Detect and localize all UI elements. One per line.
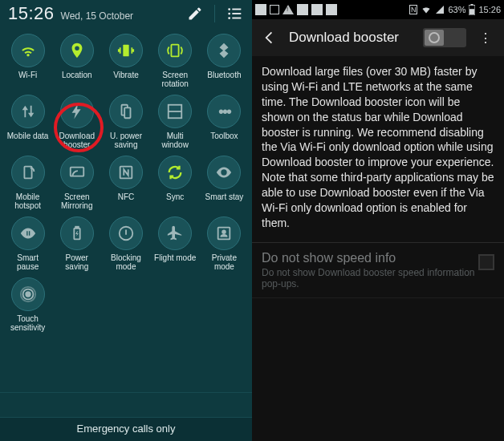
svg-rect-26 (469, 9, 474, 14)
qs-tile-hotspot[interactable]: Mobile hotspot (3, 156, 52, 210)
nfc-status-icon: N (409, 5, 418, 14)
description-text: Download large files (over 30 MB) faster… (252, 56, 504, 243)
status-icon (297, 4, 308, 15)
power-saving-icon (60, 216, 94, 250)
qs-tile-sync[interactable]: Sync (151, 156, 200, 210)
svg-rect-3 (232, 13, 241, 14)
toggle-knob (425, 30, 444, 46)
download-booster-icon (60, 95, 94, 128)
multi-window-icon (158, 95, 192, 128)
quick-settings-panel: 15:26 Wed, 15 October Wi-FiLocationVibra… (0, 0, 252, 441)
qs-tile-bluetooth[interactable]: Bluetooth (200, 34, 249, 88)
sync-icon (158, 156, 192, 189)
qs-tile-label: Mobile hotspot (6, 192, 51, 210)
clock-date: Wed, 15 October (61, 10, 134, 24)
qs-footer: Emergency calls only (0, 392, 252, 441)
qs-tile-nfc[interactable]: NFC (101, 156, 150, 210)
svg-rect-5 (232, 18, 241, 19)
divider (214, 5, 215, 22)
qs-tile-label: Location (62, 71, 92, 88)
qs-tile-label: Power saving (55, 253, 100, 271)
qs-tile-label: Wi-Fi (18, 71, 37, 88)
qs-tile-label: Screen Mirroring (55, 192, 100, 210)
qs-tile-flight[interactable]: Flight mode (151, 216, 200, 271)
svg-rect-7 (172, 45, 179, 57)
qs-tile-label: Smart stay (205, 192, 244, 210)
qs-tile-wifi[interactable]: Wi-Fi (3, 34, 52, 88)
rotation-icon (158, 34, 192, 67)
smart-stay-icon (207, 156, 241, 189)
qs-tile-touch-sensitivity[interactable]: Touch sensitivity (3, 277, 52, 332)
qs-tile-power-saving[interactable]: Power saving (52, 216, 101, 271)
emergency-text: Emergency calls only (0, 418, 252, 441)
qs-tile-download-booster[interactable]: Download booster (52, 95, 101, 149)
qs-tile-smart-stay[interactable]: Smart stay (200, 156, 249, 210)
qs-tile-private[interactable]: Private mode (200, 216, 249, 271)
qs-tile-u-power-saving[interactable]: U. power saving (101, 95, 150, 149)
qs-tile-label: Smart pause (6, 253, 51, 271)
touch-sensitivity-icon (11, 277, 45, 311)
qs-tile-location[interactable]: Location (52, 34, 101, 88)
svg-point-20 (223, 230, 226, 233)
private-icon (207, 216, 241, 250)
qs-tile-label: Sync (166, 192, 184, 210)
settings-detail-panel: N 63% 15:26 Download booster ⋮ Download … (252, 0, 504, 441)
status-time: 15:26 (478, 5, 501, 14)
qs-tile-mobile-data[interactable]: Mobile data (3, 95, 52, 149)
qs-tile-label: Vibrate (113, 71, 139, 88)
qs-tile-multi-window[interactable]: Multi window (151, 95, 200, 149)
blocking-icon (109, 216, 143, 250)
qs-tile-label: Blocking mode (104, 253, 148, 271)
qs-tile-toolbox[interactable]: •••Toolbox (200, 95, 249, 149)
pref-title: Do not show speed info (262, 251, 494, 265)
bluetooth-icon (207, 34, 241, 67)
qs-tile-vibrate[interactable]: Vibrate (101, 34, 150, 88)
app-bar: Download booster ⋮ (252, 19, 504, 56)
qs-tile-label: Touch sensitivity (6, 314, 51, 332)
svg-rect-16 (75, 227, 79, 229)
svg-point-21 (26, 292, 30, 297)
qs-tile-label: U. power saving (104, 131, 148, 149)
svg-rect-9 (124, 107, 130, 118)
pref-speed-info: Do not show speed info Do not show Downl… (252, 243, 504, 298)
qs-tile-label: Multi window (152, 131, 197, 149)
pref-subtitle: Do not show Download booster speed infor… (262, 267, 494, 289)
qs-tile-label: Download booster (55, 131, 100, 149)
svg-rect-1 (232, 9, 241, 10)
master-toggle[interactable] (423, 28, 466, 47)
battery-text: 63% (448, 5, 465, 14)
qs-tile-label: Flight mode (154, 253, 196, 271)
svg-point-4 (228, 17, 230, 19)
wifi-icon (11, 34, 45, 67)
qs-header: 15:26 Wed, 15 October (0, 0, 252, 29)
pref-checkbox[interactable] (478, 254, 494, 270)
location-icon (60, 34, 94, 67)
overflow-menu-icon[interactable]: ⋮ (473, 27, 499, 49)
flight-icon (158, 216, 192, 250)
svg-point-0 (228, 8, 230, 10)
qs-tile-label: NFC (118, 192, 135, 210)
warning-icon (282, 5, 294, 14)
qs-tile-label: Bluetooth (207, 71, 241, 88)
clock-time: 15:26 (8, 3, 55, 24)
svg-rect-6 (123, 45, 128, 57)
mobile-data-icon (11, 95, 45, 128)
u-power-saving-icon (109, 95, 143, 128)
status-icon (255, 4, 266, 15)
qs-tile-blocking[interactable]: Blocking mode (101, 216, 150, 271)
back-icon[interactable] (255, 26, 282, 50)
vibrate-icon (109, 34, 143, 67)
svg-point-2 (228, 13, 230, 15)
list-icon[interactable] (226, 5, 244, 22)
qs-tile-mirroring[interactable]: Screen Mirroring (52, 156, 101, 210)
nfc-icon (109, 156, 143, 189)
wifi-status-icon (421, 5, 432, 14)
page-title: Download booster (289, 30, 417, 46)
edit-icon[interactable] (187, 6, 203, 22)
qs-tile-rotation[interactable]: Screen rotation (151, 34, 200, 88)
brightness-slider[interactable] (0, 392, 252, 418)
status-icon (326, 4, 337, 15)
status-bar: N 63% 15:26 (252, 0, 504, 19)
status-icon (270, 5, 279, 14)
qs-tile-smart-pause[interactable]: Smart pause (3, 216, 52, 271)
